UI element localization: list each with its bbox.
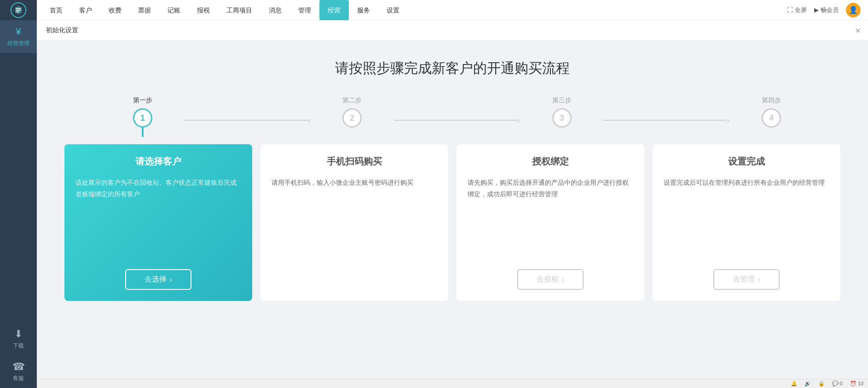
step1-bubble: 1 <box>133 108 152 128</box>
connector-2-3: › <box>393 115 520 125</box>
card1-body: 该处展示的客户为不在回收站、客户状态正常建账后完成老板端绑定的所有客户 <box>75 177 241 258</box>
nav-message[interactable]: 消息 <box>260 0 290 20</box>
sidebar-item-jingying[interactable]: ¥ 经营管理 <box>0 20 37 53</box>
sidebar-item-support[interactable]: ☎ 客服 <box>0 355 37 388</box>
step-3: 第三步 3 <box>521 96 603 128</box>
step-2: 第二步 2 <box>311 96 393 128</box>
card1-btn-arrow: › <box>169 276 172 284</box>
vip-icon: ▶ <box>814 6 819 13</box>
step2-bubble: 2 <box>342 108 362 128</box>
fullscreen-label: 全屏 <box>795 6 807 14</box>
card-1: 请选择客户 该处展示的客户为不在回收站、客户状态正常建账后完成老板端绑定的所有客… <box>64 144 252 301</box>
fullscreen-icon: ⛶ <box>787 6 793 13</box>
avatar-icon: 👤 <box>849 6 858 14</box>
step4-label: 第四步 <box>762 96 781 105</box>
nav-operation[interactable]: 经营 <box>319 0 349 20</box>
vip-label: 畅会员 <box>821 6 839 14</box>
vip-button[interactable]: ▶ 畅会员 <box>814 6 839 14</box>
card4-title: 设置完成 <box>664 155 829 168</box>
card4-action-button[interactable]: 去管理 › <box>713 269 779 290</box>
card4-btn-label: 去管理 <box>733 275 755 284</box>
card2-title: 手机扫码购买 <box>272 155 437 168</box>
fullscreen-button[interactable]: ⛶ 全屏 <box>787 6 807 14</box>
main-title: 请按照步骤完成新客户的开通购买流程 <box>64 59 840 78</box>
nav-settings[interactable]: 设置 <box>378 0 408 20</box>
sidebar-item-label-sp: 客服 <box>13 375 24 382</box>
nav-bill[interactable]: 票据 <box>130 0 159 20</box>
card-3: 授权绑定 请先购买，购买后选择开通的产品中的企业用户进行授权绑定，成功后即可进行… <box>457 144 644 301</box>
nav-account[interactable]: 记账 <box>159 0 189 20</box>
cards-row: 请选择客户 该处展示的客户为不在回收站、客户状态正常建账后完成老板端绑定的所有客… <box>64 144 840 301</box>
step2-label: 第二步 <box>342 96 362 105</box>
nav-customer[interactable]: 客户 <box>71 0 100 20</box>
card3-footer: 去授权 › <box>468 269 633 290</box>
step4-bubble: 4 <box>762 108 781 128</box>
status-bar: ▶ 完成 🔔 🔊 🔒 💬 0 ⏰ 10 <box>0 379 868 388</box>
step-4: 第四步 4 <box>730 96 813 128</box>
step-1: 第一步 1 <box>101 96 184 137</box>
status-time: ⏰ 10 <box>850 381 863 387</box>
sidebar-item-label: 经营管理 <box>7 40 29 47</box>
card2-body: 请用手机扫码，输入小微企业主账号密码进行购买 <box>272 177 437 279</box>
card1-btn-label: 去选择 <box>145 275 167 284</box>
card3-btn-arrow: › <box>561 276 564 284</box>
avatar[interactable]: 👤 <box>846 3 861 18</box>
jingying-icon: ¥ <box>16 26 21 38</box>
card3-action-button[interactable]: 去授权 › <box>517 269 583 290</box>
page-header: 初始化设置 × <box>37 20 868 41</box>
nav-manage[interactable]: 管理 <box>290 0 319 20</box>
card-2: 手机扫码购买 请用手机扫码，输入小微企业主账号密码进行购买 <box>260 144 448 301</box>
top-nav: 首页 客户 收费 票据 记账 报税 工商项目 消息 管理 经营 服务 设置 ⛶ … <box>0 0 868 20</box>
card4-footer: 去管理 › <box>664 269 829 290</box>
status-lock-icon: 🔒 <box>818 381 825 387</box>
content-area: 请按照步骤完成新客户的开通购买流程 第一步 1 › 第二步 2 <box>37 41 868 379</box>
close-button[interactable]: × <box>855 26 861 35</box>
sidebar-item-download[interactable]: ⬇ 下载 <box>0 323 37 355</box>
card3-title: 授权绑定 <box>468 155 633 168</box>
connector-1-2: › <box>184 115 311 125</box>
status-volume-icon: 🔊 <box>804 381 811 387</box>
status-bell-icon: 🔔 <box>791 381 797 387</box>
sidebar-logo <box>0 0 37 20</box>
main-area: 初始化设置 × 请按照步骤完成新客户的开通购买流程 第一步 1 › 第二步 <box>37 20 868 379</box>
support-icon: ☎ <box>12 361 25 373</box>
step1-tail <box>142 128 144 137</box>
status-bar-right: 🔔 🔊 🔒 💬 0 ⏰ 10 <box>791 381 863 387</box>
step3-label: 第三步 <box>552 96 572 105</box>
sidebar-item-label-dl: 下载 <box>13 342 24 350</box>
card1-footer: 去选择 › <box>75 269 241 290</box>
status-message-count: 💬 0 <box>832 381 843 387</box>
card3-btn-label: 去授权 <box>537 275 559 284</box>
card4-body: 设置完成后可以在管理列表进行所有企业用户的经营管理 <box>664 177 829 258</box>
step3-bubble: 3 <box>552 108 572 128</box>
step1-label: 第一步 <box>133 96 152 105</box>
page-title: 初始化设置 <box>46 26 78 35</box>
nav-tax[interactable]: 报税 <box>189 0 218 20</box>
nav-home[interactable]: 首页 <box>41 0 71 20</box>
card1-title: 请选择客户 <box>75 155 241 168</box>
nav-industry[interactable]: 工商项目 <box>218 0 260 20</box>
card1-action-button[interactable]: 去选择 › <box>125 269 191 290</box>
card-4: 设置完成 设置完成后可以在管理列表进行所有企业用户的经营管理 去管理 › <box>653 144 840 301</box>
connector-3-4: › <box>603 115 730 125</box>
download-icon: ⬇ <box>14 328 23 340</box>
sidebar: ¥ 经营管理 ⬇ 下载 ☎ 客服 <box>0 0 37 388</box>
top-nav-right: ⛶ 全屏 ▶ 畅会员 👤 <box>787 3 868 18</box>
steps-section: 第一步 1 › 第二步 2 › <box>64 96 840 137</box>
card4-btn-arrow: › <box>758 276 760 284</box>
nav-charge[interactable]: 收费 <box>100 0 130 20</box>
card3-body: 请先购买，购买后选择开通的产品中的企业用户进行授权绑定，成功后即可进行经营管理 <box>468 177 633 258</box>
nav-service[interactable]: 服务 <box>349 0 378 20</box>
